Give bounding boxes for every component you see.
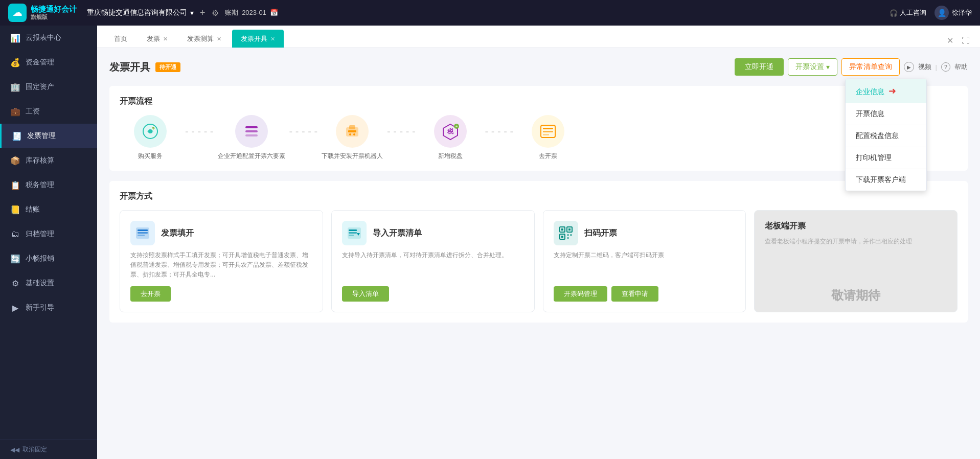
app-container: ☁ 畅捷通好会计 旗舰版 重庆畅捷交通信息咨询有限公司 ▾ + ⚙ 账期 202… xyxy=(0,0,980,459)
svg-rect-27 xyxy=(349,232,357,234)
sidebar-item-salary[interactable]: 💼 工资 xyxy=(0,99,97,124)
fill-invoice-btn[interactable]: 去开票 xyxy=(130,286,171,302)
method-card-import: 导入开票清单 支持导入待开票清单，可对待开票清单进行拆分、合并处理。 导入清单 xyxy=(331,210,535,312)
sidebar-item-guide[interactable]: ▶ 新手引导 xyxy=(0,295,97,320)
sidebar-item-report[interactable]: 🔄 小畅报销 xyxy=(0,246,97,271)
method-scan-icon xyxy=(554,221,578,245)
help-icon[interactable]: ? xyxy=(941,62,950,72)
svg-rect-32 xyxy=(561,228,563,231)
activate-btn[interactable]: 立即开通 xyxy=(735,58,784,76)
method-scan-title: 扫码开票 xyxy=(584,228,617,239)
salary-icon: 💼 xyxy=(10,106,20,117)
dropdown-item-invoice-info[interactable]: 开票信息 xyxy=(846,103,926,125)
sidebar-item-settings[interactable]: ⚙ 基础设置 xyxy=(0,271,97,295)
header-actions: 立即开通 开票设置 ▾ 异常清单查询 ▶ 视频 | ? 帮助 xyxy=(735,58,968,76)
video-help: ▶ 视频 | ? 帮助 xyxy=(904,62,968,72)
svg-rect-22 xyxy=(138,232,148,234)
flow-step-2-label: 企业开通配置开票六要素 xyxy=(218,152,285,160)
company-selector[interactable]: 重庆畅捷交通信息咨询有限公司 ▾ xyxy=(87,8,194,17)
flow-step-4-label: 新增税盘 xyxy=(438,152,463,160)
tab-invoice[interactable]: 发票 ✕ xyxy=(138,30,176,48)
svg-rect-18 xyxy=(543,131,553,132)
user-btn[interactable]: 👤 徐泽华 xyxy=(935,6,972,20)
svg-rect-37 xyxy=(567,237,569,239)
method-fill-icon xyxy=(130,221,155,245)
coming-soon-text: 敬请期待 xyxy=(831,288,880,302)
method-fill-btn-area: 去开票 xyxy=(130,286,171,302)
account-icon: 📒 xyxy=(10,204,20,215)
tab-issue[interactable]: 发票开具 ✕ xyxy=(232,30,284,48)
top-bar-left: ☁ 畅捷通好会计 旗舰版 xyxy=(8,4,77,22)
company-dropdown-icon[interactable]: ▾ xyxy=(190,9,194,17)
dropdown-item-company[interactable]: 企业信息 ➜ xyxy=(846,79,926,103)
tab-estimate[interactable]: 发票测算 ✕ xyxy=(178,30,230,48)
dropdown-company-label: 企业信息 xyxy=(856,87,884,96)
support-btn[interactable]: 🎧 人工咨询 xyxy=(890,8,926,17)
settings-btn[interactable]: 开票设置 ▾ xyxy=(788,58,837,76)
collapse-label: 取消固定 xyxy=(22,445,47,454)
tab-invoice-close[interactable]: ✕ xyxy=(163,36,168,42)
settings-icon[interactable]: ⚙ xyxy=(212,8,219,18)
tab-issue-close[interactable]: ✕ xyxy=(270,36,275,42)
method-cards: 发票填开 支持按照发票样式手工填开发票；可开具增值税电子普通发票、增值税普通发票… xyxy=(120,210,958,312)
invoice-icon: 🧾 xyxy=(12,131,22,141)
sidebar-label-fixed-asset: 固定资产 xyxy=(26,82,54,91)
tab-estimate-close[interactable]: ✕ xyxy=(217,36,221,42)
settings-dropdown: 企业信息 ➜ 开票信息 配置税盘信息 打印机管理 xyxy=(845,79,927,191)
exception-btn[interactable]: 异常清单查询 xyxy=(841,58,900,76)
sidebar-item-account[interactable]: 📒 结账 xyxy=(0,197,97,222)
tab-estimate-label: 发票测算 xyxy=(187,34,214,43)
page-header: 发票开具 待开通 立即开通 开票设置 ▾ 异常清单查询 ▶ 视频 xyxy=(109,58,968,76)
sidebar-label-account: 结账 xyxy=(26,205,40,214)
import-list-btn[interactable]: 导入清单 xyxy=(342,286,389,302)
tab-close-btn[interactable]: ✕ xyxy=(945,34,955,48)
svg-rect-11 xyxy=(348,130,356,132)
dropdown-item-printer[interactable]: 打印机管理 xyxy=(846,147,926,169)
video-label[interactable]: 视频 xyxy=(918,62,931,72)
flow-step-4-icon: 税+ xyxy=(434,115,467,148)
method-section: 开票方式 发票填开 支持按照发票样式手工填开发票；可开具增值税电子普通发票、增值… xyxy=(109,181,968,323)
add-company-btn[interactable]: + xyxy=(200,8,206,18)
method-card-scan: 扫码开票 支持定制开票二维码，客户端可扫码开票 开票码管理 查看申请 xyxy=(543,210,746,312)
page-title-area: 发票开具 待开通 xyxy=(109,60,180,74)
sidebar-item-invoice[interactable]: 🧾 发票管理 xyxy=(0,124,97,148)
tab-home[interactable]: 首页 xyxy=(105,30,136,48)
sidebar-collapse-btn[interactable]: ◀◀ 取消固定 xyxy=(0,440,97,459)
svg-rect-34 xyxy=(561,236,563,238)
sidebar-label-invoice: 发票管理 xyxy=(27,131,56,141)
top-bar-right: 🎧 人工咨询 👤 徐泽华 xyxy=(890,6,972,20)
red-arrow-icon: ➜ xyxy=(888,86,896,96)
tab-fullscreen-btn[interactable]: ⛶ xyxy=(960,34,972,48)
period-info: 账期 2023-01 📅 xyxy=(225,8,279,17)
sidebar-label-report: 小畅报销 xyxy=(26,254,54,263)
dropdown-invoice-info-label: 开票信息 xyxy=(856,109,884,118)
sidebar-item-inventory[interactable]: 📦 库存核算 xyxy=(0,148,97,173)
user-name: 徐泽华 xyxy=(952,8,972,17)
flow-arrow-1: - - - - - xyxy=(181,126,218,137)
view-apply-btn[interactable]: 查看申请 xyxy=(611,286,658,302)
dropdown-item-tax-config[interactable]: 配置税盘信息 xyxy=(846,125,926,147)
method-import-title: 导入开票清单 xyxy=(373,228,422,239)
flow-step-3: 下载并安装开票机器人 xyxy=(322,115,383,160)
cloud-report-icon: 📊 xyxy=(10,33,20,43)
method-fill-header: 发票填开 xyxy=(130,221,312,245)
logo-subtitle: 旗舰版 xyxy=(31,13,77,21)
settings-sidebar-icon: ⚙ xyxy=(10,278,20,288)
qrcode-manage-btn[interactable]: 开票码管理 xyxy=(554,286,607,302)
content-area: 首页 发票 ✕ 发票测算 ✕ 发票开具 ✕ ✕ ⛶ xyxy=(97,26,980,459)
sidebar-item-fund[interactable]: 💰 资金管理 xyxy=(0,50,97,75)
sidebar-item-fixed-asset[interactable]: 🏢 固定资产 xyxy=(0,75,97,99)
main-layout: 📊 云报表中心 💰 资金管理 🏢 固定资产 💼 工资 🧾 发票管理 📦 xyxy=(0,26,980,459)
sidebar-item-cloud-report[interactable]: 📊 云报表中心 xyxy=(0,26,97,50)
method-boss-title: 老板端开票 xyxy=(765,221,806,232)
svg-point-1 xyxy=(148,129,152,133)
guide-icon: ▶ xyxy=(10,303,20,313)
flow-step-3-icon xyxy=(336,115,369,148)
svg-rect-17 xyxy=(543,128,553,129)
video-play-icon[interactable]: ▶ xyxy=(904,62,914,72)
sidebar-item-archive[interactable]: 🗂 归档管理 xyxy=(0,222,97,246)
help-label[interactable]: 帮助 xyxy=(954,62,968,72)
flow-arrow-4: - - - - - xyxy=(481,126,518,137)
dropdown-item-download[interactable]: 下载开票客户端 xyxy=(846,169,926,191)
sidebar-item-tax[interactable]: 📋 税务管理 xyxy=(0,173,97,197)
